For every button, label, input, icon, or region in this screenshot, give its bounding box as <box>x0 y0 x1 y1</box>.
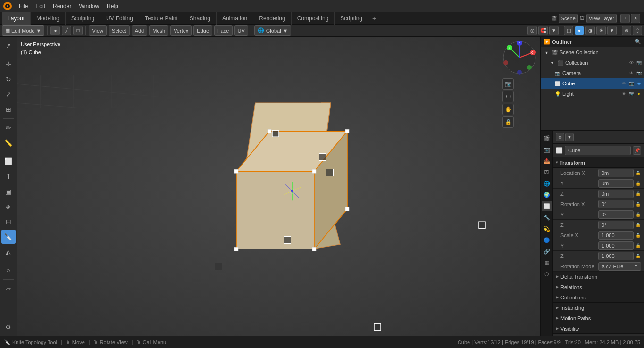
tool-inset[interactable]: ▣ <box>1 184 16 199</box>
tool-extrude[interactable]: ⬆ <box>1 169 16 183</box>
location-z-lock[interactable]: 🔒 <box>635 191 641 197</box>
props-header-settings[interactable]: ⚙ <box>556 133 564 141</box>
viewport[interactable]: User Perspective (1) Cube X Y <box>17 37 540 336</box>
select-menu[interactable]: Select <box>109 25 130 36</box>
vertex-tl[interactable] <box>234 169 238 173</box>
tab-scripting[interactable]: Scripting <box>335 12 368 25</box>
face-menu[interactable]: Face <box>214 25 232 36</box>
mode-selector[interactable]: ▦ Edit Mode ▼ <box>2 25 44 36</box>
edge-handle-1[interactable] <box>319 153 326 161</box>
add-workspace-button[interactable]: + <box>368 12 380 25</box>
vertex-br[interactable] <box>312 247 316 251</box>
menu-file[interactable]: File <box>15 0 32 12</box>
props-pin-button[interactable]: 📌 <box>633 146 641 155</box>
tab-layout[interactable]: Layout <box>2 12 31 25</box>
relations-section[interactable]: ▶ Relations <box>553 282 644 292</box>
rotation-mode-selector[interactable]: XYZ Eule ▼ <box>598 262 641 271</box>
props-scene-icon[interactable]: 🎬 <box>542 133 552 143</box>
props-material-icon[interactable]: ⬡ <box>542 269 552 279</box>
mesh-menu[interactable]: Mesh <box>149 25 168 36</box>
transform-orientation[interactable]: 🌐 Global ▼ <box>254 25 292 36</box>
outliner-search-icon[interactable]: 🔍 <box>635 39 641 45</box>
collections-section[interactable]: ▶ Collections <box>553 292 644 303</box>
cube-eye-icon[interactable]: 👁 <box>620 80 627 87</box>
tab-uv-editing[interactable]: UV Editing <box>100 12 139 25</box>
cube-render-icon[interactable]: 📷 <box>628 80 635 87</box>
vertex-back-tr[interactable] <box>345 129 349 133</box>
location-x-lock[interactable]: 🔒 <box>635 170 641 176</box>
vertex-back-tl[interactable] <box>268 129 271 133</box>
props-header-filter[interactable]: ▼ <box>565 133 574 141</box>
scale-x-field[interactable]: 1.000 <box>598 231 634 240</box>
tab-texture-paint[interactable]: Texture Paint <box>139 12 184 25</box>
props-physics-icon[interactable]: 🔵 <box>542 235 552 245</box>
shade-options-btn[interactable]: ▼ <box>607 26 617 35</box>
rotation-x-field[interactable]: 0° <box>598 200 634 208</box>
props-particles-icon[interactable]: 💫 <box>542 224 552 234</box>
vertex-back-br[interactable] <box>345 207 349 211</box>
props-scene2-icon[interactable]: 🌐 <box>542 178 552 189</box>
delete-scene-button[interactable]: ✕ <box>631 14 640 23</box>
tool-move[interactable]: ✛ <box>1 57 16 71</box>
proportional-edit-btn[interactable]: ◎ <box>527 26 537 35</box>
tool-bevel[interactable]: ◈ <box>1 199 16 214</box>
blender-logo[interactable] <box>0 0 15 12</box>
vertex-menu[interactable]: Vertex <box>170 25 192 36</box>
tool-measure[interactable]: 📏 <box>1 136 16 150</box>
tool-loop-cut[interactable]: ⊟ <box>1 215 16 229</box>
edge-handle-bottom[interactable] <box>374 323 381 330</box>
edge-handle-4[interactable] <box>215 263 222 270</box>
edge-handle-2[interactable] <box>326 169 334 176</box>
camera-eye-icon[interactable]: 👁 <box>628 70 635 76</box>
tool-smooth[interactable]: ○ <box>1 263 16 277</box>
tab-animation[interactable]: Animation <box>217 12 253 25</box>
gizmo-btn[interactable]: ⊕ <box>622 26 631 35</box>
tab-rendering[interactable]: Rendering <box>253 12 291 25</box>
world-orientation-btn[interactable]: ✋ <box>502 104 514 115</box>
new-scene-button[interactable]: + <box>620 14 630 23</box>
props-object-icon[interactable]: ⬜ <box>542 201 552 211</box>
view-layer-selector[interactable]: View Layer <box>586 14 617 23</box>
scale-x-lock[interactable]: 🔒 <box>635 232 641 239</box>
scale-y-lock[interactable]: 🔒 <box>635 242 641 249</box>
perspective-btn[interactable]: ⬚ <box>502 91 514 102</box>
menu-render[interactable]: Render <box>49 0 75 12</box>
edge-handle-3[interactable] <box>284 236 291 244</box>
props-output-icon[interactable]: 📤 <box>542 156 552 166</box>
scale-z-field[interactable]: 1.000 <box>598 252 634 260</box>
tool-transform[interactable]: ⊞ <box>1 102 16 116</box>
menu-help[interactable]: Help <box>103 0 122 12</box>
add-menu[interactable]: Add <box>132 25 148 36</box>
snap-options-btn[interactable]: ▼ <box>549 26 559 35</box>
motion-paths-section[interactable]: ▶ Motion Paths <box>553 313 644 323</box>
xray-btn[interactable]: ◫ <box>564 26 573 35</box>
outliner-collection[interactable]: ▾ ⬛ Collection 👁 📷 <box>541 58 644 68</box>
edge-menu[interactable]: Edge <box>193 25 212 36</box>
tool-poly-build[interactable]: ◭ <box>1 245 16 259</box>
transform-section-header[interactable]: ▾ Transform <box>553 157 644 168</box>
overlay-btn[interactable]: ⬡ <box>633 26 642 35</box>
scale-y-field[interactable]: 1.000 <box>598 241 634 250</box>
props-constraints-icon[interactable]: 🔗 <box>542 246 552 257</box>
edge-handle-right[interactable] <box>479 222 485 228</box>
props-view-layer-icon[interactable]: 🖼 <box>542 167 552 177</box>
instancing-section[interactable]: ▶ Instancing <box>553 303 644 313</box>
shade-solid-btn[interactable]: ● <box>575 26 584 35</box>
lock-camera-btn[interactable]: 🔒 <box>502 116 514 128</box>
tab-shading[interactable]: Shading <box>184 12 217 25</box>
vertex-tr[interactable] <box>312 169 316 173</box>
tool-scale[interactable]: ⤢ <box>1 87 16 101</box>
tool-shear[interactable]: ▱ <box>1 282 16 296</box>
camera-render-icon[interactable]: 📷 <box>636 70 642 76</box>
visibility-section[interactable]: ▶ Visibility <box>553 323 644 334</box>
face-mode-btn[interactable]: □ <box>73 26 83 35</box>
tool-rotate[interactable]: ↻ <box>1 72 16 86</box>
snap-btn[interactable]: 🧲 <box>538 26 548 35</box>
tab-sculpting[interactable]: Sculpting <box>66 12 100 25</box>
props-modifier-icon[interactable]: 🔧 <box>542 212 552 223</box>
uv-menu[interactable]: UV <box>234 25 248 36</box>
props-data-icon[interactable]: ▦ <box>542 257 552 268</box>
tab-compositing[interactable]: Compositing <box>292 12 335 25</box>
props-world-icon[interactable]: 🌍 <box>542 190 552 200</box>
location-y-field[interactable]: 0m <box>598 179 634 188</box>
